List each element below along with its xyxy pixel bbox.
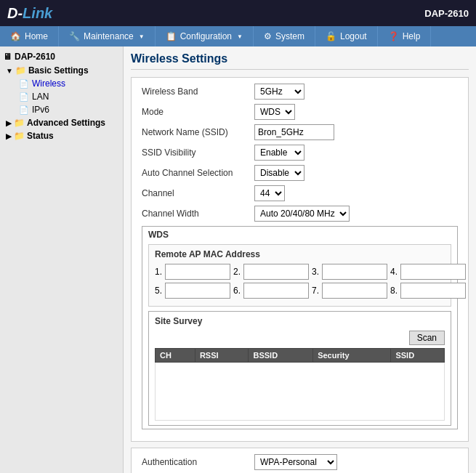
ssid-label: Network Name (SSID) [142, 127, 254, 137]
mac-input-7[interactable] [322, 283, 387, 299]
mac-input-3[interactable] [322, 264, 387, 280]
auto-channel-select[interactable]: Disable Enable [254, 165, 304, 181]
col-security: Security [313, 349, 391, 363]
sidebar-group-status[interactable]: ▶ 📁 Status [0, 129, 123, 142]
auth-select[interactable]: WPA-Personal WPA-Enterprise Open [254, 454, 337, 470]
nav-logout-label: Logout [340, 31, 367, 41]
mac-num-5: 5. [155, 286, 162, 296]
auto-channel-control: Disable Enable [254, 165, 304, 181]
mac-num-1: 1. [155, 267, 162, 277]
sidebar-item-wireless[interactable]: 📄 Wireless [0, 77, 123, 90]
col-bssid: BSSID [249, 349, 313, 363]
page-lan-icon: 📄 [19, 92, 29, 102]
mac-input-8[interactable] [400, 283, 466, 299]
auth-control: WPA-Personal WPA-Enterprise Open [254, 454, 337, 470]
page-ipv6-icon: 📄 [19, 105, 29, 115]
auth-section: Authentication WPA-Personal WPA-Enterpri… [131, 448, 469, 473]
mac-row-2: 5. 6. 7. 8. [155, 283, 445, 299]
col-rssi: RSSI [195, 349, 249, 363]
channel-width-control: Auto 20/40/80 MHz 20 MHz 40 MHz [254, 206, 350, 222]
scan-button[interactable]: Scan [409, 331, 445, 345]
col-ssid: SSID [391, 349, 445, 363]
folder-status-icon: 📁 [14, 131, 25, 141]
channel-control: 44 [254, 185, 285, 201]
configuration-arrow: ▼ [237, 33, 243, 40]
mac-input-2[interactable] [243, 264, 309, 280]
nav-maintenance-label: Maintenance [84, 31, 134, 41]
sidebar: 🖥 DAP-2610 ▼ 📁 Basic Settings 📄 Wireless… [0, 47, 124, 473]
sidebar-item-lan[interactable]: 📄 LAN [0, 90, 123, 103]
mode-label: Mode [142, 107, 254, 117]
folder-basic-icon: 📁 [15, 65, 26, 76]
scan-row: Scan [155, 331, 445, 345]
col-ch: CH [156, 349, 195, 363]
sidebar-group-advanced[interactable]: ▶ 📁 Advanced Settings [0, 116, 123, 129]
survey-header-row: CH RSSI BSSID Security SSID [156, 349, 445, 363]
channel-width-select[interactable]: Auto 20/40/80 MHz 20 MHz 40 MHz [254, 206, 350, 222]
model: DAP-2610 [424, 8, 469, 19]
sidebar-root[interactable]: 🖥 DAP-2610 [0, 49, 123, 64]
wds-title: WDS [148, 230, 451, 240]
ssid-visibility-label: SSID Visibility [142, 147, 254, 158]
mac-num-4: 4. [390, 267, 398, 277]
logo: D-Link [7, 5, 52, 22]
maintenance-icon: 🔧 [69, 31, 80, 41]
channel-width-row: Channel Width Auto 20/40/80 MHz 20 MHz 4… [142, 206, 458, 222]
mode-control: WDS AP [254, 104, 295, 120]
nav-configuration[interactable]: 📋 Configuration ▼ [156, 26, 254, 47]
nav-logout[interactable]: 🔓 Logout [315, 26, 378, 47]
mode-row: Mode WDS AP [142, 104, 458, 120]
ssid-row: Network Name (SSID) [142, 124, 458, 140]
configuration-icon: 📋 [166, 31, 177, 41]
home-icon: 🏠 [10, 31, 21, 41]
help-icon: ❓ [388, 31, 399, 41]
nav-system-label: System [275, 31, 304, 41]
root-icon: 🖥 [3, 52, 12, 62]
sidebar-basic-label: Basic Settings [28, 65, 89, 76]
ssid-visibility-row: SSID Visibility Enable Disable [142, 145, 458, 161]
mac-input-6[interactable] [243, 283, 309, 299]
nav-maintenance[interactable]: 🔧 Maintenance ▼ [59, 26, 156, 47]
site-survey-group: Site Survey Scan CH RSSI BSSID Security … [148, 311, 451, 426]
mac-num-8: 8. [390, 286, 398, 296]
system-icon: ⚙ [264, 31, 272, 41]
auth-row: Authentication WPA-Personal WPA-Enterpri… [142, 454, 458, 470]
mac-num-6: 6. [233, 286, 241, 296]
ssid-input[interactable] [254, 124, 334, 140]
content-area: Wireless Settings Wireless Band 5GHz 2.4… [124, 47, 476, 473]
page-title: Wireless Settings [131, 52, 469, 70]
sidebar-status-label: Status [27, 131, 54, 141]
channel-row: Channel 44 [142, 185, 458, 201]
mac-input-5[interactable] [165, 283, 230, 299]
auth-label: Authentication [142, 457, 254, 467]
logout-icon: 🔓 [326, 31, 336, 41]
nav-help-label: Help [403, 31, 421, 41]
nav-help[interactable]: ❓ Help [378, 26, 432, 47]
auto-channel-label: Auto Channel Selection [142, 168, 254, 178]
sidebar-lan-label: LAN [32, 92, 49, 102]
mac-input-4[interactable] [400, 264, 466, 280]
mac-num-3: 3. [312, 267, 319, 277]
nav-home-label: Home [25, 31, 48, 41]
ssid-visibility-select[interactable]: Enable Disable [254, 145, 304, 161]
mac-num-7: 7. [312, 286, 319, 296]
channel-select[interactable]: 44 [254, 185, 285, 201]
ssid-control [254, 124, 334, 140]
main-layout: 🖥 DAP-2610 ▼ 📁 Basic Settings 📄 Wireless… [0, 47, 476, 473]
expand-basic-icon: ▼ [6, 67, 13, 75]
maintenance-arrow: ▼ [139, 33, 145, 40]
remote-ap-group: Remote AP MAC Address 1. 2. 3. 4. 5. [148, 244, 451, 307]
channel-width-label: Channel Width [142, 209, 254, 219]
sidebar-group-basic[interactable]: ▼ 📁 Basic Settings [0, 64, 123, 77]
wireless-band-row: Wireless Band 5GHz 2.4GHz [142, 84, 458, 100]
nav-system[interactable]: ⚙ System [254, 26, 315, 47]
mac-row-1: 1. 2. 3. 4. [155, 264, 445, 280]
expand-advanced-icon: ▶ [6, 119, 12, 127]
mode-select[interactable]: WDS AP [254, 104, 295, 120]
nav-configuration-label: Configuration [180, 31, 232, 41]
mac-input-1[interactable] [165, 264, 230, 280]
mac-num-2: 2. [233, 267, 241, 277]
nav-home[interactable]: 🏠 Home [0, 26, 59, 47]
wireless-band-select[interactable]: 5GHz 2.4GHz [254, 84, 304, 100]
sidebar-item-ipv6[interactable]: 📄 IPv6 [0, 103, 123, 116]
